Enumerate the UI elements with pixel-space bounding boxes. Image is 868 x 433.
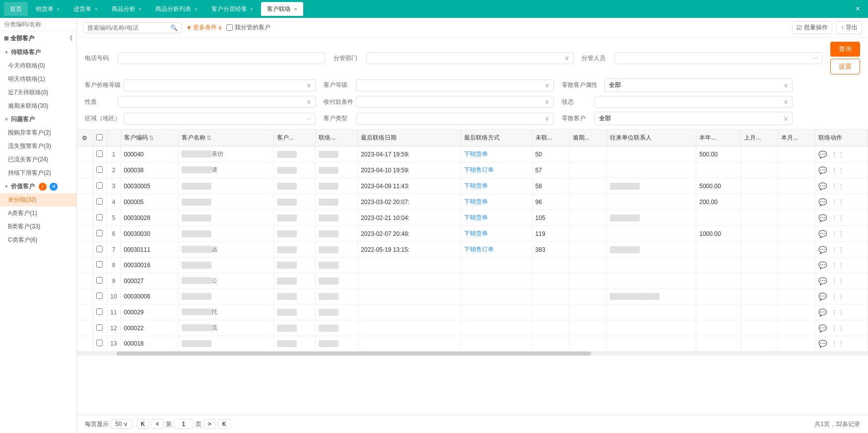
td-last-method[interactable]: 下销货单: [461, 178, 532, 194]
row-checkbox[interactable]: [96, 166, 103, 173]
row-checkbox[interactable]: [96, 277, 103, 284]
tab-purchase[interactable]: 进货单 ×: [67, 2, 103, 16]
phone-input[interactable]: [118, 52, 326, 64]
reset-button[interactable]: 设置: [830, 59, 860, 74]
sidebar-item-declining[interactable]: 持续下滑客户(2): [0, 166, 76, 180]
sidebar-item-class-c[interactable]: C类客户(6): [0, 233, 76, 247]
th-code[interactable]: 客户编码⇅: [121, 130, 179, 146]
tab-product-list-close[interactable]: ×: [194, 6, 197, 12]
sidebar-all-customers[interactable]: ⊞ 全部客户 《: [0, 31, 76, 46]
menu-icon[interactable]: ⋮⋮: [831, 198, 845, 206]
row-checkbox[interactable]: [96, 198, 103, 205]
sidebar-group-value[interactable]: ▼ 价值客户 ! ↺: [0, 180, 76, 193]
global-close-button[interactable]: ×: [852, 4, 864, 13]
td-checkbox[interactable]: [93, 304, 107, 320]
sidebar-item-7days[interactable]: 近7天待联络(0): [0, 86, 76, 99]
td-last-method[interactable]: 下销货单: [461, 194, 532, 210]
td-checkbox[interactable]: [93, 178, 107, 194]
td-checkbox[interactable]: [93, 273, 107, 289]
td-last-method[interactable]: 下销货单: [461, 226, 532, 242]
td-checkbox[interactable]: [93, 146, 107, 162]
sidebar-item-class-a[interactable]: A类客户(1): [0, 207, 76, 220]
menu-icon[interactable]: ⋮⋮: [831, 277, 845, 285]
sidebar-item-overdue[interactable]: 逾期未联络(30): [0, 99, 76, 113]
td-checkbox[interactable]: [93, 226, 107, 242]
th-name[interactable]: 客户名称⇅: [179, 130, 274, 146]
tab-product-list[interactable]: 商品分析列表 ×: [149, 2, 203, 16]
row-checkbox[interactable]: [96, 324, 103, 331]
tab-product-analysis[interactable]: 商品分析 ×: [106, 2, 147, 16]
td-checkbox[interactable]: [93, 289, 107, 304]
page-size-select[interactable]: 50 ∨: [111, 419, 133, 429]
tab-customer-contact[interactable]: 客户联络 ×: [261, 2, 303, 16]
td-last-method[interactable]: [461, 289, 532, 304]
collapse-icon[interactable]: 《: [67, 34, 72, 43]
td-checkbox[interactable]: [93, 258, 107, 273]
menu-icon[interactable]: ⋮⋮: [831, 150, 845, 158]
region-select[interactable]: ···: [124, 113, 316, 125]
price-level-select[interactable]: ∨: [124, 79, 316, 91]
tab-home[interactable]: 首页: [4, 2, 28, 16]
row-checkbox[interactable]: [96, 150, 103, 157]
row-checkbox[interactable]: [96, 308, 103, 315]
sidebar-item-tomorrow[interactable]: 明天待联络(1): [0, 72, 76, 86]
tab-purchase-close[interactable]: ×: [94, 6, 97, 12]
sidebar-item-hoarding-abnormal[interactable]: 囤购异常客户(2): [0, 126, 76, 140]
more-conditions-button[interactable]: ▼ 更多条件 ∧: [186, 23, 222, 32]
td-checkbox[interactable]: [93, 320, 107, 336]
nature-select[interactable]: ∨: [118, 96, 316, 108]
row-checkbox[interactable]: [96, 292, 103, 299]
sidebar-group-problem[interactable]: ▼ 问题客户: [0, 113, 76, 126]
sidebar-search-bar[interactable]: 🔍: [0, 18, 76, 31]
menu-icon[interactable]: ⋮⋮: [831, 182, 845, 190]
cust-level-select[interactable]: ∨: [356, 79, 554, 91]
my-customers-checkbox[interactable]: 我分管的客户: [226, 23, 270, 32]
sidebar-item-loss-warning[interactable]: 流失预警客户(3): [0, 140, 76, 153]
row-checkbox[interactable]: [96, 182, 103, 189]
menu-icon[interactable]: ⋮⋮: [831, 261, 845, 269]
prev-page-button[interactable]: <: [151, 419, 164, 429]
first-page-button[interactable]: K: [136, 419, 149, 429]
menu-icon[interactable]: ⋮⋮: [831, 324, 845, 332]
page-number-input[interactable]: [174, 419, 194, 429]
menu-icon[interactable]: ⋮⋮: [831, 246, 845, 254]
td-checkbox[interactable]: [93, 242, 107, 258]
row-checkbox[interactable]: [96, 340, 103, 346]
contact-method-link[interactable]: 下销售订单: [464, 166, 494, 173]
filter-search-input[interactable]: [87, 24, 168, 31]
chat-icon[interactable]: 💬: [818, 150, 827, 158]
retail-attr-select[interactable]: 全部 ∨: [604, 78, 793, 92]
td-last-method[interactable]: 下销售订单: [461, 242, 532, 258]
sidebar-search-input[interactable]: [4, 21, 77, 28]
cust-type-select[interactable]: ∨: [356, 113, 554, 125]
filter-search-icon[interactable]: 🔍: [170, 24, 178, 31]
td-last-method[interactable]: [461, 304, 532, 320]
chat-icon[interactable]: 💬: [818, 198, 827, 206]
retail-cust-select[interactable]: 全部 ∨: [595, 112, 793, 125]
menu-icon[interactable]: ⋮⋮: [831, 292, 845, 300]
td-checkbox[interactable]: [93, 336, 107, 352]
chat-icon[interactable]: 💬: [818, 292, 827, 300]
chat-icon[interactable]: 💬: [818, 230, 827, 238]
td-last-method[interactable]: 下销售订单: [461, 162, 532, 178]
sidebar-item-lost[interactable]: 已流失客户(24): [0, 153, 76, 166]
batch-operations-button[interactable]: ☑ 批量操作: [792, 21, 832, 34]
tab-product-analysis-close[interactable]: ×: [138, 6, 141, 12]
contact-method-link[interactable]: 下销货单: [464, 150, 488, 157]
select-all-checkbox[interactable]: [96, 134, 103, 141]
td-checkbox[interactable]: [93, 210, 107, 226]
tab-sales[interactable]: 销货单 ×: [30, 2, 66, 16]
scroll-indicator[interactable]: [77, 352, 868, 356]
dept-select[interactable]: ∨: [366, 52, 574, 64]
chat-icon[interactable]: 💬: [818, 324, 827, 332]
td-last-method[interactable]: [461, 336, 532, 352]
td-checkbox[interactable]: [93, 194, 107, 210]
tab-customer-contact-close[interactable]: ×: [294, 6, 297, 12]
chat-icon[interactable]: 💬: [818, 261, 827, 269]
td-last-method[interactable]: 下销货单: [461, 146, 532, 162]
next-page-button[interactable]: >: [203, 419, 216, 429]
chat-icon[interactable]: 💬: [818, 308, 827, 316]
contact-method-link[interactable]: 下销售订单: [464, 246, 494, 253]
payment-select[interactable]: ∨: [356, 96, 554, 108]
td-checkbox[interactable]: [93, 162, 107, 178]
